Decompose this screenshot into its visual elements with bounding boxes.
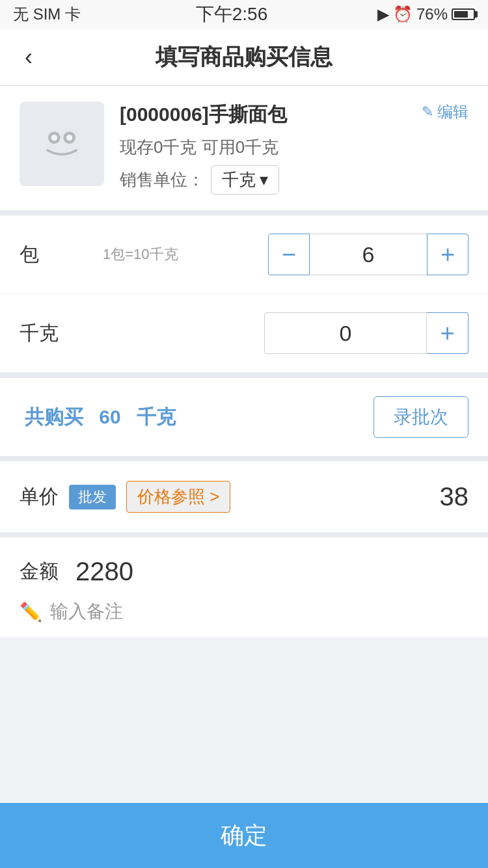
bao-sub-label: 1包=10千克: [103, 245, 178, 264]
summary-text: 共购买 60 千克: [20, 404, 181, 431]
bao-qty-input[interactable]: [310, 234, 427, 275]
note-placeholder[interactable]: 输入备注: [50, 599, 123, 624]
summary-unit: 千克: [137, 406, 176, 427]
alarm-icon: ⏰: [393, 5, 413, 23]
edit-button[interactable]: ✎ 编辑: [422, 102, 468, 122]
price-section: 单价 批发 价格参照 > 38: [0, 461, 488, 532]
page-title: 填写商品购买信息: [156, 42, 332, 72]
amount-label: 金额: [20, 558, 59, 585]
bao-label: 包: [20, 241, 85, 268]
back-button[interactable]: ‹: [18, 37, 39, 77]
product-unit-row: 销售单位： 千克 ▾: [120, 165, 468, 195]
time-display: 下午2:56: [196, 2, 268, 27]
product-card: [0000006]手撕面包 ✎ 编辑 现存0千克 可用0千克 销售单位： 千克 …: [0, 86, 488, 215]
summary-qty: 60: [99, 406, 120, 427]
bao-plus-button[interactable]: +: [427, 234, 468, 275]
location-icon: ▶: [377, 5, 389, 23]
svg-point-2: [51, 135, 57, 141]
status-left: 无 SIM 卡: [13, 4, 86, 25]
bao-minus-button[interactable]: −: [268, 234, 310, 275]
status-bar: 无 SIM 卡 下午2:56 ▶ ⏰ 76%: [0, 0, 488, 29]
summary-prefix: 共购买: [25, 406, 83, 427]
amount-section: 金额 2280 ✏️ 输入备注: [0, 532, 488, 637]
product-name: [0000006]手撕面包: [120, 102, 287, 128]
unit-value: 千克: [222, 169, 256, 191]
record-batch-button[interactable]: 录批次: [373, 396, 468, 438]
price-value: 38: [440, 482, 469, 511]
dropdown-icon: ▾: [260, 170, 268, 190]
unit-select[interactable]: 千克 ▾: [211, 165, 279, 195]
carrier-text: 无 SIM 卡: [13, 4, 81, 25]
svg-point-4: [66, 135, 72, 141]
battery-icon: [452, 8, 475, 20]
unit-label: 销售单位：: [120, 169, 204, 191]
summary-row: 共购买 60 千克 录批次: [0, 373, 488, 461]
edit-icon: ✎: [422, 103, 433, 120]
kg-label: 千克: [20, 320, 85, 347]
amount-value: 2280: [75, 557, 133, 586]
bao-qty-control: − +: [268, 234, 468, 275]
product-image: [20, 102, 104, 186]
bao-row: 包 1包=10千克 − +: [0, 215, 488, 294]
confirm-button[interactable]: 确定: [0, 803, 488, 868]
form-section: 包 1包=10千克 − + 千克 +: [0, 215, 488, 373]
price-label: 单价: [20, 483, 59, 510]
price-tag: 批发: [69, 485, 116, 509]
note-row: ✏️ 输入备注: [20, 599, 468, 637]
status-right: ▶ ⏰ 76%: [377, 5, 475, 23]
amount-row: 金额 2280: [20, 557, 468, 586]
nav-bar: ‹ 填写商品购买信息: [0, 29, 488, 86]
price-ref-button[interactable]: 价格参照 >: [126, 481, 230, 513]
battery-text: 76%: [416, 5, 448, 23]
pencil-icon: ✏️: [20, 601, 42, 623]
kg-qty-input[interactable]: [264, 312, 427, 354]
product-stock: 现存0千克 可用0千克: [120, 136, 468, 159]
kg-row: 千克 +: [0, 294, 488, 373]
kg-qty-control: +: [264, 312, 468, 354]
kg-plus-button[interactable]: +: [427, 312, 468, 354]
product-info: [0000006]手撕面包 ✎ 编辑 现存0千克 可用0千克 销售单位： 千克 …: [120, 102, 468, 195]
price-row: 单价 批发 价格参照 > 38: [20, 481, 468, 513]
edit-label: 编辑: [437, 102, 468, 122]
